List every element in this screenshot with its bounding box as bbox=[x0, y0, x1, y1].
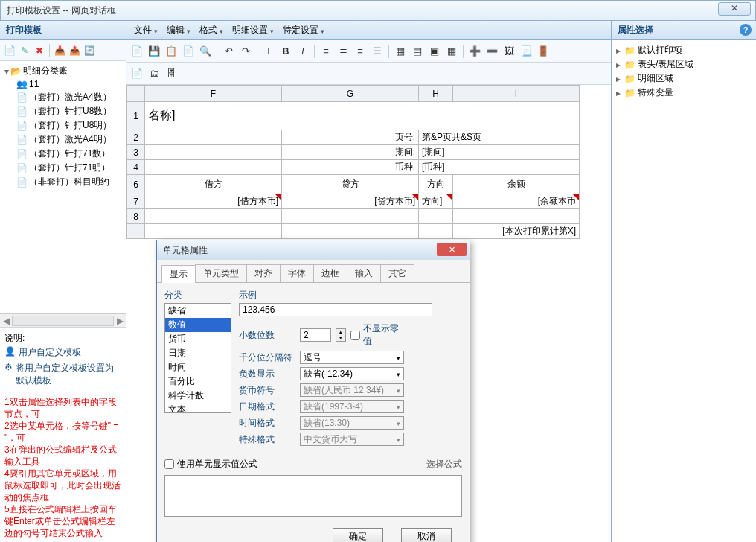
undo-icon[interactable]: ↶ bbox=[221, 44, 236, 59]
menu-edit[interactable]: 编辑 bbox=[162, 24, 195, 36]
preview-icon[interactable]: 🔍 bbox=[198, 44, 213, 59]
tool-b-icon[interactable]: 🗂 bbox=[147, 66, 161, 81]
left-scrollbar[interactable]: ◀ ▶ bbox=[0, 313, 126, 327]
cell[interactable] bbox=[145, 160, 282, 175]
select-formula-link[interactable]: 选择公式 bbox=[426, 458, 462, 471]
cell[interactable] bbox=[145, 145, 282, 160]
menu-special[interactable]: 特定设置 bbox=[278, 24, 329, 36]
dialog-titlebar[interactable]: 单元格属性 ✕ bbox=[157, 240, 470, 260]
category-item[interactable]: 时间 bbox=[165, 360, 231, 374]
category-item-selected[interactable]: 数值 bbox=[165, 318, 231, 332]
rtree-item[interactable]: ▸默认打印项 bbox=[615, 43, 753, 57]
help-icon[interactable]: ? bbox=[740, 24, 752, 36]
col-header[interactable]: H bbox=[419, 86, 453, 102]
use-formula-checkbox[interactable]: 使用单元显示值公式 bbox=[164, 458, 257, 471]
italic-icon[interactable]: I bbox=[295, 44, 310, 59]
category-list[interactable]: 缺省 数值 货币 日期 时间 百分比 科学计数 文本 特殊格式 bbox=[164, 303, 231, 413]
cell[interactable]: 名称] bbox=[145, 102, 580, 130]
formula-textarea[interactable] bbox=[164, 475, 462, 517]
window-close-button[interactable]: ✕ bbox=[718, 2, 751, 16]
grid-icon[interactable]: ▦ bbox=[444, 44, 459, 59]
merge-icon[interactable]: ▦ bbox=[393, 44, 408, 59]
border-icon[interactable]: ▣ bbox=[427, 44, 442, 59]
tree-item[interactable]: （套打）针打U8明） bbox=[15, 118, 124, 133]
menu-file[interactable]: 文件 bbox=[129, 24, 162, 36]
new-template-icon[interactable] bbox=[3, 44, 16, 57]
col-header[interactable]: F bbox=[145, 86, 282, 102]
align-justify-icon[interactable]: ☰ bbox=[370, 44, 385, 59]
cell[interactable]: 期间: bbox=[282, 145, 419, 160]
export-icon[interactable] bbox=[68, 44, 81, 57]
cell[interactable]: 第&P页共&S页 bbox=[419, 130, 580, 145]
hide-zero-checkbox[interactable]: 不显示零值 bbox=[350, 322, 407, 348]
font-icon[interactable]: T bbox=[261, 44, 276, 59]
tree-root[interactable]: ▾ 明细分类账 bbox=[1, 64, 124, 78]
tab-font[interactable]: 字体 bbox=[280, 264, 314, 282]
row-header[interactable]: 2 bbox=[127, 130, 145, 145]
cell[interactable]: [借方本币] bbox=[145, 194, 282, 209]
category-item[interactable]: 缺省 bbox=[165, 304, 231, 318]
cell[interactable]: 贷方 bbox=[282, 175, 419, 194]
tree-item[interactable]: （套打）针打71数） bbox=[15, 147, 124, 161]
cell[interactable]: [期间] bbox=[419, 145, 580, 160]
tab-border[interactable]: 边框 bbox=[313, 264, 347, 282]
menu-format[interactable]: 格式 bbox=[195, 24, 228, 36]
use-formula-input[interactable] bbox=[164, 459, 174, 469]
template-tree[interactable]: ▾ 明细分类账 11 （套打）激光A4数） （套打）针打U8数） （套打）针打U… bbox=[0, 61, 126, 313]
delete-row-icon[interactable]: ➖ bbox=[484, 44, 499, 59]
cell[interactable] bbox=[282, 209, 419, 224]
spin-up-icon[interactable]: ▴ bbox=[336, 329, 345, 335]
category-item[interactable]: 货币 bbox=[165, 332, 231, 346]
split-icon[interactable]: ▤ bbox=[410, 44, 425, 59]
rtree-item[interactable]: ▸明细区域 bbox=[615, 71, 753, 86]
refresh-icon[interactable] bbox=[83, 44, 96, 57]
cell[interactable] bbox=[453, 209, 580, 224]
row-header[interactable]: 3 bbox=[127, 145, 145, 160]
cell[interactable]: [贷方本币] bbox=[282, 194, 419, 209]
tree-item[interactable]: （非套打）科目明约 bbox=[15, 175, 124, 189]
row-header[interactable]: 6 bbox=[127, 175, 145, 194]
spin-down-icon[interactable]: ▾ bbox=[336, 335, 345, 341]
paste-icon[interactable]: 📄 bbox=[181, 44, 196, 59]
cell[interactable]: [币种] bbox=[419, 160, 580, 175]
scroll-track[interactable] bbox=[12, 316, 114, 326]
hide-zero-input[interactable] bbox=[350, 331, 360, 340]
tree-item[interactable]: （套打）激光A4明） bbox=[15, 133, 124, 147]
negative-select[interactable]: 缺省(-12.34) bbox=[300, 367, 404, 380]
category-item[interactable]: 百分比 bbox=[165, 374, 231, 389]
cell[interactable] bbox=[419, 209, 453, 224]
bold-icon[interactable]: B bbox=[278, 44, 293, 59]
tool-a-icon[interactable]: 📄 bbox=[129, 66, 144, 81]
align-center-icon[interactable]: ≣ bbox=[336, 44, 350, 59]
tab-align[interactable]: 对齐 bbox=[246, 264, 281, 282]
corner-cell[interactable] bbox=[127, 86, 145, 102]
cell[interactable] bbox=[145, 130, 282, 145]
category-item[interactable]: 科学计数 bbox=[165, 389, 231, 403]
align-left-icon[interactable]: ≡ bbox=[318, 44, 333, 59]
copy-icon[interactable]: 📋 bbox=[164, 44, 179, 59]
category-item[interactable]: 文本 bbox=[165, 403, 231, 413]
row-header[interactable]: 1 bbox=[127, 102, 145, 130]
cancel-button[interactable]: 取消 bbox=[401, 528, 452, 542]
cell[interactable] bbox=[419, 224, 453, 239]
import-icon[interactable] bbox=[53, 44, 66, 57]
page-icon[interactable]: 📃 bbox=[519, 44, 534, 59]
rtree-item[interactable]: ▸特殊变量 bbox=[615, 86, 753, 100]
tab-display[interactable]: 显示 bbox=[161, 265, 196, 283]
row-header[interactable] bbox=[127, 224, 145, 239]
tree-collapse-icon[interactable]: ▾ bbox=[3, 66, 10, 77]
cell[interactable] bbox=[145, 209, 282, 224]
cell[interactable]: [本次打印累计第X] bbox=[453, 224, 580, 239]
tab-input[interactable]: 输入 bbox=[347, 264, 381, 282]
scroll-left-icon[interactable]: ◀ bbox=[0, 316, 12, 326]
cell[interactable] bbox=[282, 224, 419, 239]
tree-item[interactable]: （套打）针打U8数） bbox=[15, 104, 124, 118]
tree-item[interactable]: （套打）针打71明） bbox=[15, 161, 124, 175]
cell[interactable]: 借方 bbox=[145, 175, 282, 194]
row-header[interactable]: 4 bbox=[127, 160, 145, 175]
row-header[interactable]: 7 bbox=[127, 194, 145, 209]
expand-icon[interactable]: ▸ bbox=[615, 88, 622, 98]
thousand-select[interactable]: 逗号 bbox=[300, 351, 404, 364]
insert-row-icon[interactable]: ➕ bbox=[467, 44, 482, 59]
cell[interactable]: 页号: bbox=[282, 130, 419, 145]
